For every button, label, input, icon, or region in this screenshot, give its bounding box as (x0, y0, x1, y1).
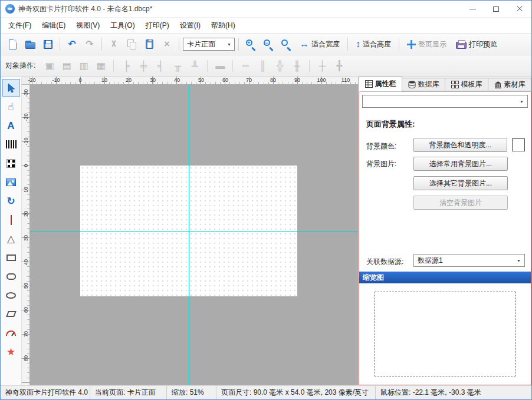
panel-tabs: 属性栏 数据库 模板库 素材库 (359, 77, 531, 92)
menu-edit[interactable]: 编辑(E) (37, 18, 71, 33)
center-in-page-icon[interactable]: ╋ (331, 58, 347, 74)
align-center-icon[interactable]: ╪ (136, 58, 151, 74)
app-window: 神奇双面卡片打印软件 4.0 - 未命名1.dbcp* 文件(F) 编辑(E) … (0, 0, 532, 400)
objectbar-separator (232, 60, 233, 72)
tab-materials[interactable]: 素材库 (488, 78, 531, 91)
data-source-select[interactable]: 数据源1 ▼ (413, 254, 525, 267)
copy-button[interactable] (123, 36, 140, 52)
menu-print[interactable]: 打印(P) (140, 18, 175, 33)
paste-button[interactable] (141, 36, 157, 52)
bg-image-label: 背景图片: (366, 157, 413, 169)
hand-icon: ☝ (8, 102, 14, 112)
page-background-heading: 页面背景属性: (359, 111, 531, 135)
hand-tool[interactable]: ☝ (2, 98, 20, 115)
choose-common-bg-button[interactable]: 选择常用背景图片... (413, 157, 508, 171)
fit-height-button[interactable]: ↕ 适合高度 (352, 36, 395, 52)
same-height-icon[interactable]: ║ (255, 58, 270, 74)
page-side-select[interactable]: 卡片正面 ▼ (183, 38, 235, 51)
same-width-icon[interactable]: ═ (238, 58, 253, 74)
maximize-button[interactable] (484, 1, 508, 17)
undo-button[interactable]: ↶ (64, 36, 80, 52)
rectangle-tool[interactable] (2, 249, 20, 266)
whole-page-icon (407, 40, 416, 49)
distribute-horizontal-icon[interactable]: ╫ (289, 58, 304, 74)
tab-database[interactable]: 数据库 (402, 78, 445, 91)
save-button[interactable] (40, 36, 56, 52)
zoom-out-button[interactable]: − (260, 36, 277, 52)
image-icon (6, 178, 16, 186)
zoom-in-icon: + (245, 39, 257, 50)
align-top-icon[interactable]: ╥ (170, 58, 185, 74)
star-tool[interactable]: ★ (2, 343, 20, 361)
distribute-vertical-icon[interactable]: ┼ (314, 58, 330, 74)
send-to-back-icon[interactable]: ▦ (93, 58, 109, 74)
menu-settings[interactable]: 设置(I) (175, 18, 206, 33)
fit-width-button[interactable]: ↔ 适合宽度 (295, 36, 344, 52)
window-title: 神奇双面卡片打印软件 4.0 - 未命名1.dbcp* (18, 4, 152, 14)
align-right-icon[interactable]: ╡ (153, 58, 168, 74)
object-selector-combobox[interactable]: ▼ (362, 95, 528, 108)
line-tool[interactable] (2, 211, 20, 229)
status-mouse-position: 鼠标位置: -22.1 毫米, -30.3 毫米 (376, 386, 531, 399)
cut-button[interactable] (106, 36, 122, 52)
select-tool[interactable] (2, 79, 20, 97)
align-bottom-icon[interactable]: ╨ (187, 58, 202, 74)
whole-page-button[interactable]: 整页显示 (403, 36, 451, 52)
toolbar-separator (101, 38, 102, 51)
align-left-icon[interactable]: ╞ (119, 58, 134, 74)
triangle-tool[interactable]: △ (2, 230, 20, 247)
choose-other-bg-button[interactable]: 选择其它背景图片... (413, 176, 508, 190)
app-logo-icon (5, 4, 15, 14)
text-tool[interactable]: A (2, 117, 20, 134)
qrcode-tool[interactable] (2, 154, 20, 172)
bg-color-swatch[interactable] (512, 138, 525, 151)
tab-properties[interactable]: 属性栏 (359, 77, 402, 91)
image-tool[interactable] (2, 173, 20, 191)
menu-help[interactable]: 帮助(H) (206, 18, 241, 33)
close-button[interactable] (508, 1, 531, 17)
tab-templates[interactable]: 模板库 (445, 78, 488, 91)
barcode-tool[interactable] (2, 135, 20, 153)
window-controls (461, 1, 531, 17)
redo-button[interactable]: ↷ (81, 36, 98, 52)
menu-tools[interactable]: 工具(O) (105, 18, 140, 33)
same-size-icon[interactable]: ╬ (272, 58, 287, 74)
cut-icon (109, 39, 119, 49)
print-preview-button[interactable]: 打印预览 (452, 36, 501, 52)
open-button[interactable] (22, 36, 38, 52)
rounded-rectangle-icon (6, 273, 16, 280)
zoom-in-button[interactable]: + (242, 36, 259, 52)
content-area: ☝ A ↻ △ ★ -20 -10 0 10 (1, 77, 531, 385)
parallelogram-icon (6, 311, 17, 317)
gauge-tool[interactable] (2, 324, 20, 342)
database-tab-icon (408, 81, 416, 88)
minimize-button[interactable] (461, 1, 484, 17)
object-operations-bar: 对象操作: ▣ ▤ ▥ ▦ ╞ ╪ ╡ ╥ ╨ ▬ ═ ║ ╬ ╫ ┼ ╋ (1, 55, 531, 77)
menu-file[interactable]: 文件(F) (3, 18, 37, 33)
rotate-icon: ↻ (6, 196, 15, 206)
rounded-rectangle-tool[interactable] (2, 267, 20, 285)
delete-button[interactable]: × (159, 36, 175, 52)
menu-view[interactable]: 视图(V) (71, 18, 105, 33)
status-page-size: 页面尺寸: 90.0 毫米 x 54.0 毫米, 203 像素/英寸 (216, 386, 376, 399)
clear-bg-button[interactable]: 清空背景图片 (413, 196, 508, 210)
zoom-reset-button[interactable] (278, 36, 294, 52)
thumbnail-card-outline (375, 292, 515, 376)
status-zoom: 缩放: 51% (167, 386, 216, 399)
rotate-tool[interactable]: ↻ (2, 192, 20, 210)
new-button[interactable] (4, 36, 21, 52)
object-operations-label: 对象操作: (5, 61, 35, 71)
ellipse-tool[interactable] (2, 286, 20, 304)
group-objects-icon[interactable]: ▣ (42, 58, 57, 74)
toolbar-separator (399, 38, 399, 51)
design-canvas[interactable] (30, 85, 358, 385)
bring-to-front-icon[interactable]: ▥ (76, 58, 91, 74)
parallelogram-tool[interactable] (2, 305, 20, 323)
chevron-down-icon: ▼ (224, 42, 234, 47)
bg-color-button[interactable]: 背景颜色和透明度... (413, 138, 507, 152)
toolbar-separator (60, 38, 60, 51)
properties-tab-icon (365, 80, 373, 88)
ungroup-objects-icon[interactable]: ▤ (59, 58, 74, 74)
fit-height-icon: ↕ (356, 39, 360, 49)
align-middle-icon[interactable]: ▬ (212, 58, 228, 74)
